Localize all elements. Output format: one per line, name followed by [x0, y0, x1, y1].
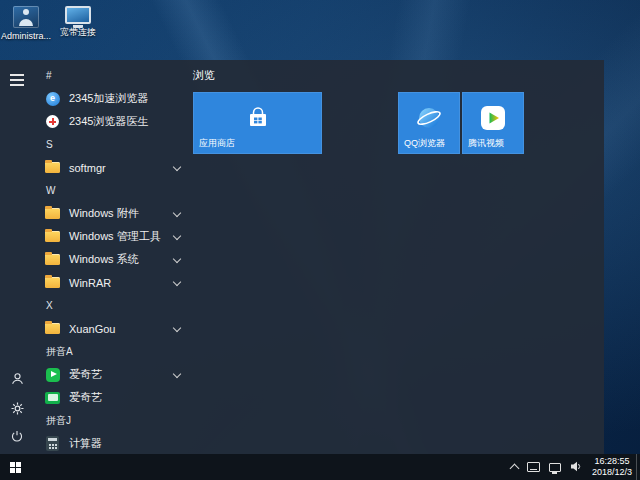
app-label: 2345浏览器医生 [69, 114, 148, 129]
tile-label: 应用商店 [199, 137, 235, 150]
app-label: Windows 系统 [69, 252, 139, 267]
app-list: # 2345加速浏览器 2345浏览器医生 S softmgr W Window… [36, 64, 188, 455]
app-list-item-iqiyi[interactable]: 爱奇艺 [36, 363, 188, 386]
folder-icon [44, 251, 61, 268]
taskbar-clock[interactable]: 16:28:55 2018/12/3 [592, 454, 632, 480]
section-label: X [46, 300, 53, 311]
qq-browser-icon [415, 104, 443, 136]
chevron-down-icon[interactable] [173, 370, 181, 378]
tencent-video-icon [479, 104, 507, 136]
chevron-down-icon[interactable] [173, 163, 181, 171]
tile-group-label[interactable]: 浏览 [193, 68, 215, 83]
app-label: Windows 附件 [69, 206, 139, 221]
chevron-down-icon[interactable] [173, 232, 181, 240]
app-label: Windows 管理工具 [69, 229, 161, 244]
app-label: softmgr [69, 162, 106, 174]
chevron-down-icon[interactable] [173, 255, 181, 263]
clock-date: 2018/12/3 [592, 467, 632, 478]
app-list-section-x[interactable]: X [36, 294, 188, 317]
app-list-folder-xuangou[interactable]: XuanGou [36, 317, 188, 340]
app-label: WinRAR [69, 277, 111, 289]
desktop-icon-label: Administra... [1, 31, 51, 41]
start-menu-rail [0, 60, 34, 454]
chevron-down-icon[interactable] [173, 209, 181, 217]
app-list-section-hash[interactable]: # [36, 64, 188, 87]
app-list-item-iqiyi-player[interactable]: 爱奇艺 [36, 386, 188, 409]
system-tray [511, 454, 582, 480]
app-label: 爱奇艺 [69, 367, 102, 382]
desktop-icon-label: 宽带连接 [60, 27, 96, 37]
app-label: 爱奇艺 [69, 390, 102, 405]
app-list-item-calculator[interactable]: 计算器 [36, 432, 188, 455]
desktop-icon-broadband[interactable]: 宽带连接 [52, 6, 104, 37]
user-icon [10, 371, 25, 390]
section-label: S [46, 139, 53, 150]
start-menu: # 2345加速浏览器 2345浏览器医生 S softmgr W Window… [0, 60, 604, 454]
calculator-icon [44, 435, 61, 452]
clock-time: 16:28:55 [594, 456, 629, 467]
tile-app-store[interactable]: 应用商店 [193, 92, 322, 154]
iqiyi-player-icon [44, 389, 61, 406]
tile-label: QQ浏览器 [404, 137, 445, 150]
section-label: 拼音A [46, 345, 73, 359]
app-list-section-w[interactable]: W [36, 179, 188, 202]
section-label: # [46, 70, 52, 81]
microsoft-store-icon [245, 105, 271, 135]
windows-logo-icon [10, 462, 21, 473]
app-list-item-2345-browser-doctor[interactable]: 2345浏览器医生 [36, 110, 188, 133]
taskbar: 16:28:55 2018/12/3 [0, 454, 640, 480]
app-list-section-pinyin-j[interactable]: 拼音J [36, 409, 188, 432]
chevron-down-icon[interactable] [173, 278, 181, 286]
power-button[interactable] [0, 424, 34, 452]
app-list-folder-windows-admin-tools[interactable]: Windows 管理工具 [36, 225, 188, 248]
tile-qq-browser[interactable]: QQ浏览器 [398, 92, 460, 154]
volume-icon[interactable] [570, 458, 582, 476]
2345-speed-browser-icon [44, 90, 61, 107]
network-icon[interactable] [549, 463, 561, 472]
app-list-section-s[interactable]: S [36, 133, 188, 156]
tile-label: 腾讯视频 [468, 137, 504, 150]
broadband-connection-icon [65, 6, 91, 24]
app-list-section-pinyin-a[interactable]: 拼音A [36, 340, 188, 363]
chevron-down-icon[interactable] [173, 324, 181, 332]
user-files-icon [13, 6, 39, 28]
2345-browser-doctor-icon [44, 113, 61, 130]
iqiyi-icon [44, 366, 61, 383]
app-list-folder-winrar[interactable]: WinRAR [36, 271, 188, 294]
app-list-folder-windows-system[interactable]: Windows 系统 [36, 248, 188, 271]
hamburger-icon [10, 71, 24, 89]
folder-icon [44, 274, 61, 291]
tile-tencent-video[interactable]: 腾讯视频 [462, 92, 524, 154]
folder-icon [44, 228, 61, 245]
app-list-folder-softmgr[interactable]: softmgr [36, 156, 188, 179]
hidden-icons-chevron-icon[interactable] [510, 464, 520, 474]
folder-icon [44, 205, 61, 222]
desktop-icon-administrator[interactable]: Administra... [0, 6, 52, 41]
gear-icon [10, 401, 25, 420]
settings-button[interactable] [0, 396, 34, 424]
power-icon [10, 429, 24, 447]
folder-icon [44, 159, 61, 176]
app-label: XuanGou [69, 323, 115, 335]
touch-keyboard-icon[interactable] [527, 462, 540, 472]
app-list-folder-windows-accessories[interactable]: Windows 附件 [36, 202, 188, 225]
folder-icon [44, 320, 61, 337]
show-desktop-button[interactable] [636, 454, 640, 480]
section-label: W [46, 185, 55, 196]
app-label: 2345加速浏览器 [69, 91, 148, 106]
desktop: { "desktop": { "icons": [ {"label": "Adm… [0, 0, 640, 480]
expand-menu-button[interactable] [0, 66, 34, 94]
start-button[interactable] [0, 454, 30, 480]
user-account-button[interactable] [0, 366, 34, 394]
app-list-item-2345-speed-browser[interactable]: 2345加速浏览器 [36, 87, 188, 110]
app-label: 计算器 [69, 436, 102, 451]
section-label: 拼音J [46, 414, 71, 428]
